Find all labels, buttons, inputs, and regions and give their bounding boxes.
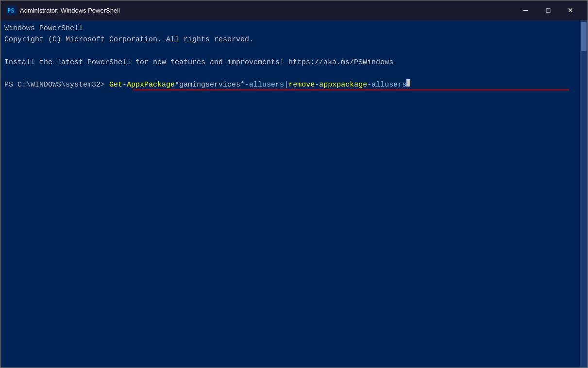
scrollbar[interactable] xyxy=(580,20,588,368)
pipe-char: | xyxy=(284,81,288,89)
output-line-4: Install the latest PowerShell for new fe… xyxy=(4,57,584,68)
command-arg1: *gamingservices* xyxy=(175,81,245,89)
output-line-3 xyxy=(4,46,584,57)
minimize-button[interactable]: ─ xyxy=(515,0,537,20)
prompt-prefix: PS C:\WINDOWS\system32> xyxy=(4,81,109,89)
cursor xyxy=(406,79,410,87)
title-bar-text: Administrator: Windows PowerShell xyxy=(20,7,515,14)
powershell-icon: PS xyxy=(6,5,16,15)
command-param1: -allusers xyxy=(245,81,284,89)
close-button[interactable]: ✕ xyxy=(559,0,582,20)
prompt-line: PS C:\WINDOWS\system32> Get-AppxPackage … xyxy=(4,79,584,89)
terminal-body[interactable]: Windows PowerShell Copyright (C) Microso… xyxy=(0,20,588,368)
title-bar-controls: ─ □ ✕ xyxy=(515,0,582,20)
powershell-window: PS Administrator: Windows PowerShell ─ □… xyxy=(0,0,588,368)
output-line-2: Copyright (C) Microsoft Corporation. All… xyxy=(4,34,584,45)
command-2: remove-appxpackage xyxy=(288,81,367,89)
svg-text:PS: PS xyxy=(7,7,14,14)
title-bar: PS Administrator: Windows PowerShell ─ □… xyxy=(0,0,588,20)
maximize-button[interactable]: □ xyxy=(537,0,559,20)
scrollbar-thumb[interactable] xyxy=(581,22,587,51)
output-line-5 xyxy=(4,68,584,79)
command-1: Get-AppxPackage xyxy=(109,81,175,89)
command-underline xyxy=(133,89,569,90)
command-param2: -allusers xyxy=(367,81,406,89)
output-line-1: Windows PowerShell xyxy=(4,23,584,34)
